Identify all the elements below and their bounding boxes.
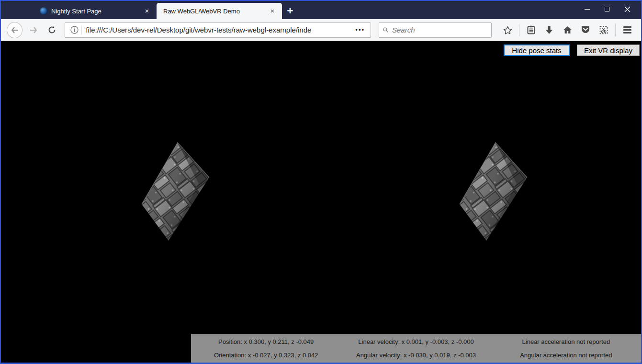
hide-pose-stats-button[interactable]: Hide pose stats [504, 44, 570, 56]
position-stat: Position: x 0.300, y 0.211, z -0.049 [218, 338, 314, 345]
url-fade-overlay [326, 25, 350, 35]
navigation-toolbar: file:///C:/Users/dev-rel/Desktop/git/web… [1, 19, 641, 41]
reload-button[interactable] [45, 23, 59, 37]
library-button[interactable] [524, 23, 538, 37]
reload-icon [48, 26, 56, 34]
screenshot-icon [599, 26, 608, 34]
toolbar-icons [498, 23, 636, 37]
nightly-globe-favicon [40, 7, 47, 15]
page-actions-button[interactable]: ••• [350, 26, 367, 33]
hamburger-icon [623, 32, 631, 33]
forward-button[interactable] [26, 23, 40, 37]
window-controls [577, 1, 637, 17]
forward-arrow-icon [30, 27, 37, 33]
tab-raw-webgl-webvr-demo[interactable]: Raw WebGL/WebVR Demo × [157, 3, 282, 19]
stereo-cube-left-eye [140, 142, 210, 243]
menu-button[interactable] [620, 23, 634, 37]
toolbar-separator [519, 24, 519, 36]
screenshot-button[interactable] [597, 23, 611, 37]
back-arrow-icon [11, 27, 19, 33]
exit-vr-display-button[interactable]: Exit VR display [577, 44, 640, 56]
urlbar-separator [81, 25, 82, 35]
home-icon [563, 26, 572, 34]
downloads-button[interactable] [542, 23, 556, 37]
hamburger-icon [623, 26, 631, 28]
linear-velocity-stat: Linear velocity: x 0.001, y -0.003, z -0… [358, 338, 473, 345]
search-bar[interactable] [379, 22, 492, 38]
download-icon [545, 26, 553, 34]
hamburger-icon [623, 29, 631, 31]
url-text[interactable]: file:///C:/Users/dev-rel/Desktop/git/web… [86, 25, 350, 35]
toolbar-separator [615, 24, 616, 36]
maximize-button[interactable] [597, 1, 617, 17]
bookmark-star-button[interactable] [500, 23, 515, 37]
tab-close-icon[interactable]: × [268, 6, 277, 16]
info-circle-icon [70, 26, 79, 34]
angular-acceleration-stat: Angular acceleration not reported [520, 352, 612, 359]
minimize-button[interactable] [577, 1, 597, 17]
search-icon [383, 26, 388, 33]
webgl-canvas[interactable]: Hide pose stats Exit VR display Position… [1, 41, 641, 363]
browser-window: Nightly Start Page × Raw WebGL/WebVR Dem… [0, 0, 642, 364]
library-icon [527, 25, 535, 34]
star-icon [503, 26, 512, 34]
back-button[interactable] [7, 22, 23, 38]
tab-strip: Nightly Start Page × Raw WebGL/WebVR Dem… [1, 1, 641, 19]
close-icon [624, 6, 631, 12]
maximize-icon [605, 7, 609, 11]
site-info-icon[interactable] [69, 26, 79, 34]
url-value: file:///C:/Users/dev-rel/Desktop/git/web… [86, 26, 311, 34]
minimize-icon [585, 9, 590, 10]
close-button[interactable] [617, 1, 637, 17]
pose-stats-panel: Position: x 0.300, y 0.211, z -0.049 Lin… [191, 334, 641, 363]
pocket-icon [581, 26, 590, 34]
angular-velocity-stat: Angular velocity: x -0.030, y 0.019, z -… [356, 352, 476, 359]
tab-nightly-start-page[interactable]: Nightly Start Page × [35, 3, 157, 19]
tab-title: Nightly Start Page [51, 8, 142, 15]
url-bar[interactable]: file:///C:/Users/dev-rel/Desktop/git/web… [65, 22, 371, 38]
stereo-cube-right-eye [458, 142, 528, 243]
linear-acceleration-stat: Linear acceleration not reported [522, 338, 610, 345]
orientation-stat: Orientation: x -0.027, y 0.323, z 0.042 [214, 352, 318, 359]
pocket-button[interactable] [578, 23, 593, 37]
home-button[interactable] [560, 23, 574, 37]
new-tab-button[interactable]: + [282, 3, 298, 19]
tab-close-icon[interactable]: × [142, 6, 152, 16]
tab-title: Raw WebGL/WebVR Demo [163, 8, 268, 15]
search-input[interactable] [392, 26, 487, 34]
